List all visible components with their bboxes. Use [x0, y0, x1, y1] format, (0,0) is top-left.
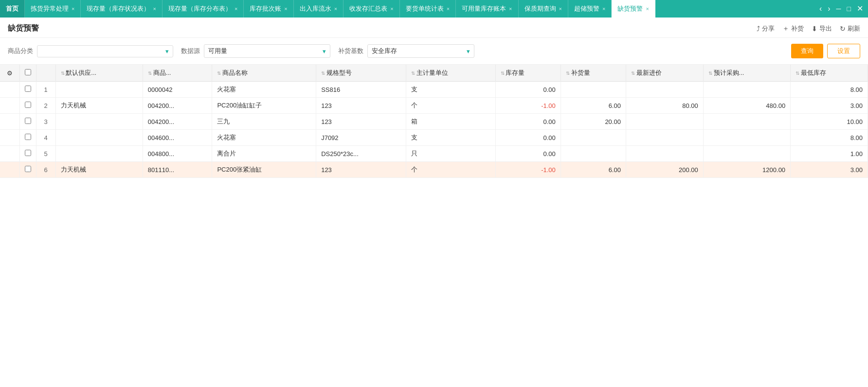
tab-label: 要货单统计表	[406, 4, 444, 13]
row-replenish	[561, 82, 626, 98]
table-row[interactable]: 2 力天机械 004200... PC200油缸缸子 123 个 -1.00 6…	[0, 98, 868, 114]
row-checkbox[interactable]	[25, 134, 31, 140]
data-table: ⚙ ⇅ 默认供应... ⇅ 商品... ⇅ 商品名称	[0, 65, 868, 178]
col-replenish[interactable]: ⇅ 补货量	[561, 65, 626, 82]
refresh-label: 刷新	[848, 24, 860, 33]
row-stock: 0.00	[495, 82, 561, 98]
row-gear	[0, 98, 19, 114]
col-code[interactable]: ⇅ 商品...	[143, 65, 212, 82]
basis-select[interactable]: 安全库存 ▾	[367, 44, 474, 58]
export-button[interactable]: ⬇ 导出	[812, 24, 832, 33]
row-code: 801110...	[143, 162, 212, 178]
setting-button[interactable]: 设置	[827, 44, 860, 58]
sort-icon: ⇅	[566, 70, 571, 76]
tab-close-tab2[interactable]: ×	[153, 6, 156, 12]
tab-tab4[interactable]: 库存批次账×	[244, 0, 293, 18]
col-est-purchase[interactable]: ⇅ 预计采购...	[703, 65, 790, 82]
row-code: 0000042	[143, 82, 212, 98]
tab-close-tab7[interactable]: ×	[447, 6, 450, 12]
col-latest-price[interactable]: ⇅ 最新进价	[626, 65, 703, 82]
tab-tab7[interactable]: 要货单统计表×	[400, 0, 456, 18]
tab-label: 拣货异常处理	[31, 4, 69, 13]
tab-tab11[interactable]: 缺货预警×	[612, 0, 655, 18]
row-replenish: 6.00	[561, 98, 626, 114]
export-icon: ⬇	[812, 25, 817, 33]
row-min-stock: 8.00	[791, 82, 868, 98]
row-supplier: 力天机械	[55, 162, 143, 178]
tab-tab5[interactable]: 出入库流水×	[294, 0, 344, 18]
row-replenish: 6.00	[561, 162, 626, 178]
row-spec: DS250*23c...	[316, 146, 406, 162]
row-checkbox-cell	[19, 114, 36, 130]
row-checkbox[interactable]	[25, 102, 31, 108]
tab-tab10[interactable]: 超储预警×	[568, 0, 612, 18]
table-row[interactable]: 1 0000042 火花塞 SS816 支 0.00 8.00	[0, 82, 868, 98]
tab-prev-btn[interactable]: ‹	[816, 0, 825, 18]
row-stock: 0.00	[495, 114, 561, 130]
tab-tab8[interactable]: 可用量库存账本×	[456, 0, 518, 18]
table-row[interactable]: 6 力天机械 801110... PC200张紧油缸 123 个 -1.00 6…	[0, 162, 868, 178]
col-unit[interactable]: ⇅ 主计量单位	[406, 65, 495, 82]
select-all-checkbox[interactable]	[25, 69, 31, 75]
table-row[interactable]: 4 004600... 火花塞 J7092 支 0.00 8.00	[0, 130, 868, 146]
tab-tab1[interactable]: 拣货异常处理×	[25, 0, 81, 18]
tab-home[interactable]: 首页	[0, 0, 25, 18]
tab-close-tab11[interactable]: ×	[646, 6, 649, 12]
row-checkbox[interactable]	[25, 118, 31, 124]
col-spec[interactable]: ⇅ 规格型号	[316, 65, 406, 82]
tab-close-tab9[interactable]: ×	[559, 6, 562, 12]
category-select[interactable]: ▾	[37, 45, 173, 57]
share-button[interactable]: ⤴ 分享	[757, 24, 775, 33]
col-name[interactable]: ⇅ 商品名称	[212, 65, 316, 82]
tab-close-tab8[interactable]: ×	[509, 6, 512, 12]
row-spec: 123	[316, 114, 406, 130]
replenish-button[interactable]: ＋ 补货	[782, 24, 804, 33]
row-checkbox[interactable]	[25, 86, 31, 92]
row-replenish: 20.00	[561, 114, 626, 130]
row-code: 004600...	[143, 130, 212, 146]
gear-icon[interactable]: ⚙	[7, 70, 13, 77]
tab-close-tab5[interactable]: ×	[334, 6, 337, 12]
tab-close-tab4[interactable]: ×	[284, 6, 287, 12]
row-replenish	[561, 146, 626, 162]
page-title: 缺货预警	[8, 23, 39, 34]
col-min-stock[interactable]: ⇅ 最低库存	[791, 65, 868, 82]
query-button[interactable]: 查询	[791, 44, 823, 58]
tab-tab3[interactable]: 现存量（库存分布表）×	[163, 0, 244, 18]
tab-label: 现存量（库存分布表）	[168, 4, 232, 13]
row-product-name: 火花塞	[212, 82, 316, 98]
row-min-stock: 3.00	[791, 98, 868, 114]
row-product-name: 离合片	[212, 146, 316, 162]
tab-next-btn[interactable]: ›	[825, 0, 833, 18]
tab-tab6[interactable]: 收发存汇总表×	[344, 0, 399, 18]
tab-tab2[interactable]: 现存量（库存状况表）×	[81, 0, 162, 18]
col-supplier[interactable]: ⇅ 默认供应...	[55, 65, 143, 82]
tab-close-tab1[interactable]: ×	[72, 6, 74, 12]
sort-icon: ⇅	[501, 70, 506, 76]
tab-bar: 首页 拣货异常处理×现存量（库存状况表）×现存量（库存分布表）×库存批次账×出入…	[0, 0, 868, 18]
table-row[interactable]: 5 004800... 离合片 DS250*23c... 只 0.00 1.00	[0, 146, 868, 162]
tab-close-btn[interactable]: ✕	[854, 0, 866, 18]
refresh-button[interactable]: ↻ 刷新	[840, 24, 860, 33]
row-supplier: 力天机械	[55, 98, 143, 114]
row-checkbox[interactable]	[25, 166, 31, 172]
row-stock: -1.00	[495, 98, 561, 114]
row-checkbox[interactable]	[25, 150, 31, 156]
row-spec: J7092	[316, 130, 406, 146]
sort-icon: ⇅	[631, 70, 636, 76]
col-stock[interactable]: ⇅ 库存量	[495, 65, 561, 82]
table-row[interactable]: 3 004200... 三九 123 箱 0.00 20.00 10.00	[0, 114, 868, 130]
row-supplier	[55, 130, 143, 146]
tab-close-tab10[interactable]: ×	[602, 6, 605, 12]
basis-dropdown-icon: ▾	[467, 48, 470, 55]
row-num: 4	[36, 130, 55, 146]
tab-close-tab6[interactable]: ×	[390, 6, 393, 12]
sort-icon: ⇅	[148, 70, 153, 76]
row-unit: 支	[406, 130, 495, 146]
tab-tab9[interactable]: 保质期查询×	[519, 0, 568, 18]
tab-label: 库存批次账	[250, 4, 281, 13]
datasource-select[interactable]: 可用量 ▾	[204, 44, 330, 58]
tab-close-tab3[interactable]: ×	[235, 6, 237, 12]
tab-maximize-btn[interactable]: □	[844, 0, 854, 18]
tab-minimize-btn[interactable]: ─	[833, 0, 844, 18]
